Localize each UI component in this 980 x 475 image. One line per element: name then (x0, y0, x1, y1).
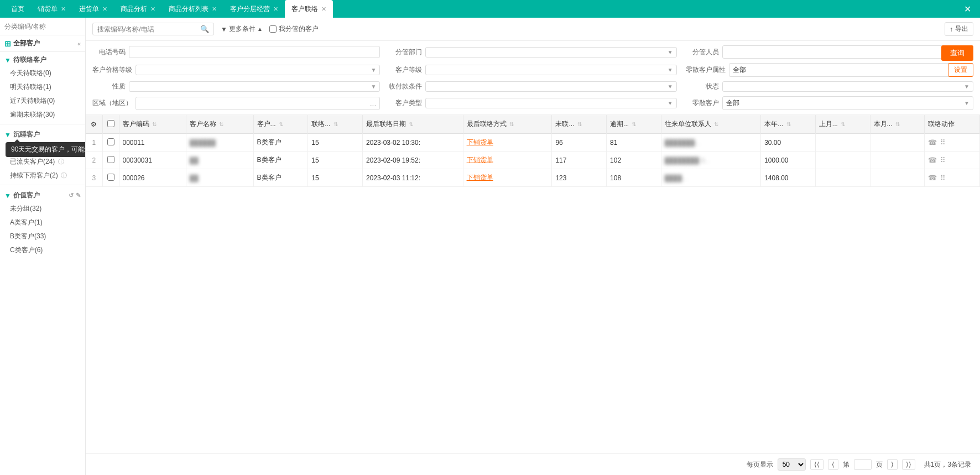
filter-phone-input[interactable] (129, 46, 380, 58)
row3-more-icon[interactable]: ⠿ (940, 174, 946, 182)
tab-customer-contact[interactable]: 客户联络 ✕ (285, 0, 333, 18)
col-last-month-sort[interactable]: ⇅ (841, 121, 845, 127)
col-this-month-sort[interactable]: ⇅ (895, 121, 900, 127)
sidebar-group-pending-title[interactable]: ▼ 待联络客户 (0, 52, 85, 66)
tab-analysis-close[interactable]: ✕ (150, 6, 155, 13)
row3-contact-icon[interactable]: ☎ (928, 174, 937, 182)
col-this-year-sort[interactable]: ⇅ (786, 121, 791, 127)
filter-person-select[interactable]: ... (722, 45, 973, 59)
col-overdue[interactable]: 逾期... ⇅ (607, 115, 661, 134)
row1-last-method[interactable]: 下销货单 (463, 134, 552, 152)
col-type[interactable]: 客户... ⇅ (253, 115, 308, 134)
export-btn[interactable]: ↑ 导出 (945, 22, 973, 36)
row1-more-icon[interactable]: ⠿ (940, 138, 946, 147)
row2-last-method[interactable]: 下销货单 (463, 152, 552, 169)
sidebar-item-declining[interactable]: 持续下滑客户(2) ⓘ (0, 169, 85, 182)
tab-analysis-list[interactable]: 商品分析列表 ✕ (162, 0, 223, 18)
row1-contact-icon[interactable]: ☎ (928, 138, 937, 147)
sidebar-search-input[interactable] (4, 23, 86, 30)
sidebar-search-box[interactable]: 🔍 (0, 18, 85, 35)
col-contact-sort[interactable]: ⇅ (333, 121, 338, 127)
col-uncontacted[interactable]: 未联... ⇅ (552, 115, 607, 134)
sidebar-group-lost-title[interactable]: ▼ 沉睡客户 (0, 127, 85, 141)
my-customers-checkbox[interactable]: 我分管的客户 (269, 24, 319, 34)
table-settings-icon[interactable]: ⚙ (91, 121, 97, 128)
tab-sales[interactable]: 销货单 ✕ (31, 0, 72, 18)
col-uncontacted-sort[interactable]: ⇅ (577, 121, 582, 127)
tab-customer-contact-close[interactable]: ✕ (321, 6, 326, 13)
row2-select[interactable] (107, 156, 114, 163)
tab-home[interactable]: 首页 (4, 0, 31, 18)
sidebar-item-a-class[interactable]: A类客户(1) (0, 216, 85, 229)
sidebar-group-value-title[interactable]: ▼ 价值客户 ↺ ✎ (0, 187, 85, 202)
col-unit-contact[interactable]: 往来单位联系人 ⇅ (661, 115, 760, 134)
tab-purchase-close[interactable]: ✕ (102, 6, 107, 13)
sidebar-item-b-class[interactable]: B类客户(33) (0, 229, 85, 243)
tab-analysis-list-close[interactable]: ✕ (212, 6, 217, 13)
row3-last-method[interactable]: 下销货单 (463, 169, 552, 187)
page-last-btn[interactable]: ⟩⟩ (902, 459, 915, 470)
col-code[interactable]: 客户编码 ⇅ (119, 115, 186, 134)
sidebar-item-unsorted[interactable]: 未分组(32) (0, 202, 85, 216)
sidebar-item-today[interactable]: 今天待联络(0) (0, 66, 85, 80)
window-close-icon[interactable]: ✕ (960, 4, 976, 14)
row2-contact-icon[interactable]: ☎ (928, 156, 937, 164)
col-last-method[interactable]: 最后联络方式 ⇅ (463, 115, 552, 134)
more-conditions-btn[interactable]: ▼ 更多条件 ▲ (221, 24, 263, 34)
page-size-select[interactable]: 50 100 200 (778, 458, 806, 471)
col-last-month[interactable]: 上月... ⇅ (815, 115, 870, 134)
row3-checkbox[interactable] (102, 169, 119, 187)
filter-nature-select[interactable]: ▼ (129, 81, 380, 92)
row2-checkbox[interactable] (102, 152, 119, 169)
select-all-checkbox[interactable] (107, 120, 114, 127)
col-last-method-sort[interactable]: ⇅ (509, 121, 514, 127)
query-button[interactable]: 查询 (941, 45, 973, 61)
col-unit-contact-sort[interactable]: ⇅ (714, 121, 718, 127)
sidebar-item-tomorrow[interactable]: 明天待联络(1) (0, 80, 85, 94)
page-next-btn[interactable]: ⟩ (887, 459, 898, 470)
page-prev-btn[interactable]: ⟨ (828, 459, 838, 470)
page-number-input[interactable]: 1 (854, 459, 872, 470)
filter-zero-retail-select[interactable]: 全部 ▼ (722, 96, 973, 110)
settings-button[interactable]: 设置 (948, 63, 973, 77)
edit-icon[interactable]: ✎ (76, 192, 81, 199)
tab-purchase[interactable]: 进货单 ✕ (72, 0, 114, 18)
sidebar-item-overdue[interactable]: 逾期未联络(30) (0, 108, 85, 122)
col-name[interactable]: 客户名称 ⇅ (186, 115, 254, 134)
refresh-icon[interactable]: ↺ (69, 192, 74, 199)
tab-analysis[interactable]: 商品分析 ✕ (114, 0, 162, 18)
col-this-month[interactable]: 本月... ⇅ (870, 115, 925, 134)
filter-price-level-select[interactable]: ▼ (135, 65, 380, 75)
page-first-btn[interactable]: ⟨⟨ (810, 459, 823, 470)
sidebar-collapse-icon[interactable]: « (77, 40, 81, 47)
col-checkbox[interactable] (102, 115, 119, 134)
sidebar-item-7days[interactable]: 近7天待联络(0) (0, 94, 85, 108)
filter-customer-type-select[interactable]: ▼ (425, 98, 676, 108)
col-overdue-sort[interactable]: ⇅ (632, 121, 636, 127)
my-customers-input[interactable] (269, 25, 277, 33)
filter-zero-retail-attr-select[interactable]: 全部 ▼ (729, 63, 973, 77)
sidebar-item-at-risk[interactable]: 流失预警客户(3) ⚠ (0, 141, 85, 155)
row2-more-icon[interactable]: ⠿ (940, 156, 946, 164)
row3-select[interactable] (107, 174, 114, 181)
filter-search-icon[interactable]: 🔍 (200, 25, 209, 33)
tab-customer-tier-close[interactable]: ✕ (273, 6, 278, 13)
col-last-date[interactable]: 最后联络日期 ⇅ (362, 115, 463, 134)
col-settings[interactable]: ⚙ (86, 115, 102, 134)
filter-status-select[interactable]: ▼ (722, 81, 973, 92)
col-this-year[interactable]: 本年... ⇅ (761, 115, 816, 134)
col-contact[interactable]: 联络... ⇅ (308, 115, 363, 134)
sidebar-item-lost-already[interactable]: 已流失客户(24) ⓘ (0, 155, 85, 169)
sidebar-item-c-class[interactable]: C类客户(6) (0, 243, 85, 257)
col-code-sort[interactable]: ⇅ (152, 121, 157, 127)
filter-region-select[interactable]: ... (135, 97, 380, 110)
filter-search-input[interactable] (97, 25, 200, 33)
row1-select[interactable] (107, 138, 114, 145)
col-type-sort[interactable]: ⇅ (279, 121, 283, 127)
tab-sales-close[interactable]: ✕ (61, 6, 66, 13)
filter-dept-select[interactable]: ▼ (425, 47, 676, 58)
col-last-date-sort[interactable]: ⇅ (409, 121, 413, 127)
filter-customer-level-select[interactable]: ▼ (425, 65, 676, 75)
row1-checkbox[interactable] (102, 134, 119, 152)
filter-payment-select[interactable]: ▼ (425, 81, 676, 92)
